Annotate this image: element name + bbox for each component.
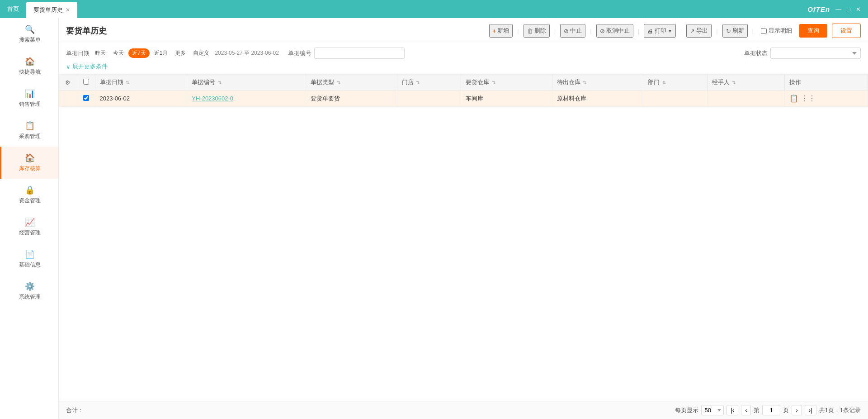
th-type[interactable]: 单据类型 ⇅ [306, 75, 397, 90]
sidebar-item-system[interactable]: ⚙️ 系统管理 [0, 275, 58, 307]
per-page-select[interactable]: 50 20 100 [701, 405, 724, 415]
divider-2: | [554, 28, 556, 34]
show-detail-label: 显示明细 [769, 27, 792, 35]
sidebar-item-search[interactable]: 🔍 搜索菜单 [0, 18, 58, 50]
tab-history[interactable]: 要货单历史 ✕ [26, 2, 77, 18]
sidebar-item-shortcut[interactable]: 🏠 快捷导航 [0, 50, 58, 82]
export-button[interactable]: ↗ 导出 [686, 24, 712, 38]
delete-button[interactable]: 🗑 删除 [524, 24, 550, 38]
th-store[interactable]: 门店 ⇅ [397, 75, 461, 90]
tab-home[interactable]: 首页 [0, 0, 26, 18]
row-dept [643, 90, 707, 107]
th-handler[interactable]: 经手人 ⇅ [707, 75, 784, 90]
th-action: 操作 [784, 75, 868, 90]
prev-page-button[interactable]: ‹ [741, 405, 751, 415]
total-info-label: 共1页，1条记录 [819, 406, 861, 414]
sidebar-item-finance[interactable]: 🔒 资金管理 [0, 179, 58, 211]
purchase-icon: 📋 [25, 121, 35, 131]
first-page-button[interactable]: |‹ [726, 405, 738, 415]
row-checkbox[interactable] [83, 95, 89, 101]
query-button[interactable]: 查询 [799, 24, 827, 38]
sidebar-item-operation[interactable]: 📈 经营管理 [0, 211, 58, 243]
th-req-warehouse[interactable]: 要货仓库 ⇅ [461, 75, 552, 90]
pagination: 每页显示 50 20 100 |‹ ‹ 第 页 › ›| 共1页，1条记录 [675, 405, 861, 415]
settings-button[interactable]: 设置 [832, 24, 861, 38]
select-all-checkbox[interactable] [83, 79, 89, 85]
page-input[interactable] [762, 405, 780, 415]
divider-6: | [716, 28, 717, 34]
sort-icon-store: ⇅ [416, 80, 420, 85]
window-close-icon[interactable]: ✕ [856, 6, 861, 13]
table-container: ⚙ 单据日期 ⇅ 单据编号 ⇅ 单据类型 ⇅ [59, 75, 868, 401]
chevron-down-icon: ∨ [66, 63, 71, 70]
export-icon: ↗ [690, 28, 695, 34]
th-no[interactable]: 单据编号 ⇅ [187, 75, 306, 90]
stop-button[interactable]: ⊘ 中止 [560, 24, 585, 38]
th-setting[interactable]: ⚙ [59, 75, 77, 90]
date-btn-7days[interactable]: 近7天 [128, 48, 150, 58]
sidebar-basic-label: 基础信息 [19, 261, 41, 269]
status-filter-item: 单据状态 [744, 48, 861, 59]
show-detail-checkbox[interactable] [761, 28, 767, 34]
th-checkbox[interactable] [77, 75, 95, 90]
date-btn-1month[interactable]: 近1月 [151, 48, 171, 58]
sort-icon-handler: ⇅ [732, 80, 736, 85]
edit-icon[interactable]: 📋 [789, 94, 798, 103]
th-dept[interactable]: 部门 ⇅ [643, 75, 707, 90]
window-minimize-icon[interactable]: — [835, 6, 841, 13]
print-button[interactable]: 🖨 打印 ▼ [644, 24, 676, 38]
sidebar-item-basic[interactable]: 📄 基础信息 [0, 243, 58, 275]
date-btn-yesterday[interactable]: 昨天 [92, 48, 108, 58]
last-page-button[interactable]: ›| [805, 405, 816, 415]
refresh-button[interactable]: ↻ 刷新 [722, 24, 748, 38]
finance-icon: 🔒 [25, 185, 35, 195]
date-btn-custom[interactable]: 自定义 [190, 48, 212, 58]
tab-history-label: 要货单历史 [33, 6, 63, 14]
sort-icon-type: ⇅ [337, 80, 340, 85]
date-btn-more[interactable]: 更多 [172, 48, 189, 58]
sidebar-item-purchase[interactable]: 📋 采购管理 [0, 114, 58, 147]
divider-5: | [680, 28, 682, 34]
sort-icon-req-warehouse: ⇅ [492, 80, 495, 85]
stop-icon: ⊘ [564, 28, 569, 34]
sort-icon-no: ⇅ [218, 80, 222, 85]
show-detail-toggle[interactable]: 显示明细 [758, 25, 795, 37]
print-label: 打印 [655, 27, 666, 35]
th-out-warehouse[interactable]: 待出仓库 ⇅ [552, 75, 643, 90]
date-filter-item: 单据日期 昨天 今天 近7天 近1月 更多 自定义 2023-05-27 至 2… [66, 48, 279, 58]
refresh-label: 刷新 [732, 27, 744, 35]
window-maximize-icon[interactable]: □ [847, 6, 850, 13]
sidebar-item-inventory[interactable]: 🏠 库存核算 [0, 147, 58, 179]
content-area: 要货单历史 + 新增 | 🗑 删除 | ⊘ 中止 | ⊘ [59, 18, 868, 419]
th-type-label: 单据类型 [311, 79, 334, 86]
toolbar: + 新增 | 🗑 删除 | ⊘ 中止 | ⊘ 取消中止 | [489, 24, 861, 38]
cancel-stop-icon: ⊘ [600, 28, 605, 34]
order-no-filter-item: 单据编号 [288, 48, 405, 59]
table-row: 2023-06-02 YH-20230602-0 要货单要货 车间库 原材料仓库 [59, 90, 868, 107]
more-icon[interactable]: ⋮⋮ [801, 94, 816, 103]
cancel-stop-button[interactable]: ⊘ 取消中止 [596, 24, 633, 38]
sidebar-shortcut-label: 快捷导航 [19, 68, 41, 76]
close-tab-icon[interactable]: ✕ [66, 7, 70, 13]
divider-3: | [590, 28, 591, 34]
row-no[interactable]: YH-20230602-0 [187, 90, 306, 107]
status-select[interactable] [770, 48, 861, 59]
order-no-input[interactable] [314, 48, 405, 59]
date-btn-today[interactable]: 今天 [110, 48, 127, 58]
sort-icon-out-warehouse: ⇅ [583, 80, 586, 85]
expand-more-btn[interactable]: ∨ 展开更多条件 [66, 62, 861, 71]
divider-7: | [752, 28, 754, 34]
th-date[interactable]: 单据日期 ⇅ [95, 75, 187, 90]
system-icon: ⚙️ [25, 281, 35, 291]
row-no-link[interactable]: YH-20230602-0 [192, 95, 233, 102]
date-filter-btns: 昨天 今天 近7天 近1月 更多 自定义 [92, 48, 212, 58]
filter-bar: 单据日期 昨天 今天 近7天 近1月 更多 自定义 2023-05-27 至 2… [59, 42, 868, 75]
row-setting [59, 90, 77, 107]
sidebar-item-sales[interactable]: 📊 销售管理 [0, 82, 58, 114]
next-page-button[interactable]: › [792, 405, 802, 415]
add-button[interactable]: + 新增 [489, 24, 513, 38]
th-handler-label: 经手人 [712, 79, 730, 86]
row-checkbox-cell[interactable] [77, 90, 95, 107]
row-type: 要货单要货 [306, 90, 397, 107]
sidebar-inventory-label: 库存核算 [19, 165, 41, 172]
